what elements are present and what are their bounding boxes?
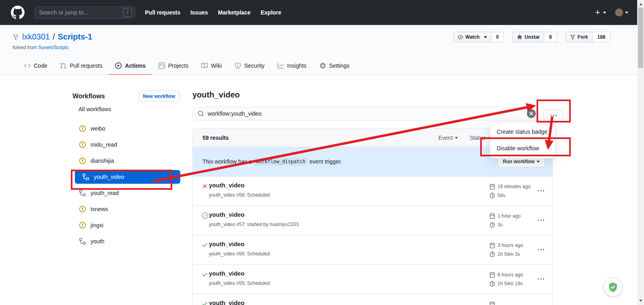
run-title-link[interactable]: youth_video (209, 270, 244, 277)
fork-button[interactable]: Fork (566, 32, 592, 42)
watch-count[interactable]: 0 (491, 32, 504, 42)
menu-item-disable-workflow[interactable]: Disable workflow (490, 140, 555, 156)
plus-icon (594, 9, 601, 16)
tab-actions[interactable]: Actions (109, 57, 152, 75)
runs-search-input[interactable]: workflow:youth_video (192, 107, 539, 120)
play-icon (115, 62, 122, 69)
sidebar-item-youth-video[interactable]: youth_video (75, 170, 180, 184)
caret-down-icon (537, 161, 540, 164)
star-icon (517, 34, 522, 40)
event-filter-dropdown[interactable]: Event (438, 135, 458, 141)
watch-button[interactable]: Watch (453, 32, 491, 42)
search-query-value: workflow:youth_video (208, 110, 527, 117)
profile-dropdown[interactable] (615, 8, 628, 17)
search-icon (198, 110, 204, 117)
fork-icon (570, 34, 576, 40)
nav-explore[interactable]: Explore (260, 9, 281, 16)
scrollbar-thumb[interactable] (638, 8, 643, 68)
status-filter-dropdown[interactable]: Status (470, 135, 491, 141)
run-meta: 3 hours ago 1h 54m 3s (489, 241, 523, 259)
sidebar-item-youth[interactable]: youth (75, 233, 180, 249)
repo-name-link[interactable]: Scripts-1 (58, 32, 93, 41)
forked-from-line: forked from Sunert/Scripts (12, 45, 68, 50)
shield-icon (235, 62, 241, 69)
tab-code[interactable]: Code (18, 57, 54, 75)
scrollbar-down-arrow[interactable] (637, 298, 644, 305)
run-subtitle: youth_video #55: Scheduled (209, 280, 270, 286)
run-options-kebab-icon[interactable] (538, 188, 544, 194)
warning-icon (79, 158, 86, 164)
run-title-link[interactable]: youth_video (209, 182, 244, 189)
workflows-heading: Workflows (72, 93, 105, 100)
tab-settings[interactable]: Settings (313, 57, 356, 75)
sidebar-item-dianshijia[interactable]: dianshijia (75, 153, 180, 169)
global-search-input[interactable]: Search or jump to... / (35, 6, 135, 19)
workflow-name: txnews (91, 206, 108, 212)
tab-security[interactable]: Security (228, 57, 271, 75)
workflow-name: youth_video (94, 174, 124, 180)
run-row-57: youth_video youth_video #57: started by … (193, 206, 552, 235)
run-title-link[interactable]: youth_video (209, 211, 244, 218)
run-subtitle: youth_video #56: Scheduled (209, 251, 270, 257)
fork-count[interactable]: 188 (592, 32, 611, 42)
nav-issues[interactable]: Issues (190, 9, 208, 16)
menu-item-create-status-badge[interactable]: Create status badge (490, 124, 555, 140)
caret-down-icon (603, 12, 606, 15)
stopwatch-icon (489, 222, 495, 228)
sidebar-item-midu-read[interactable]: midu_read (75, 137, 180, 153)
run-meta: 6 hours ago 1h 54m 19s (489, 270, 523, 288)
eye-icon (458, 34, 463, 40)
warning-icon (79, 141, 86, 148)
nav-pull-requests[interactable]: Pull requests (145, 9, 180, 16)
repo-owner-link[interactable]: lxk0301 (22, 32, 50, 41)
tab-wiki[interactable]: Wiki (195, 57, 228, 75)
star-count[interactable]: 8 (544, 32, 557, 42)
stopwatch-icon (489, 193, 495, 198)
run-subtitle: youth_video #57: started by huamiyu2333 (209, 222, 299, 227)
new-workflow-button[interactable]: New workflow (138, 90, 180, 102)
tab-insights[interactable]: Insights (271, 57, 313, 75)
tab-label: Settings (329, 62, 350, 69)
fork-source-link[interactable]: Sunert/Scripts (38, 45, 68, 50)
run-title-link[interactable]: youth_video (209, 299, 244, 305)
workflow-options-kebab-button[interactable] (543, 109, 564, 122)
run-meta: 16 minutes ago 54s (489, 182, 530, 200)
page-scrollbar[interactable] (637, 0, 644, 305)
star-button-group: Unstar 8 (512, 32, 557, 42)
sidebar-item-jingxi[interactable]: jingxi (75, 217, 180, 233)
run-options-kebab-icon[interactable] (538, 247, 544, 253)
adguard-badge[interactable] (604, 278, 622, 296)
run-title-link[interactable]: youth_video (209, 241, 244, 247)
run-time-ago: 3 hours ago (497, 243, 523, 248)
code-icon (24, 62, 31, 69)
shield-check-icon (608, 282, 618, 293)
sidebar-item-weibo[interactable]: weibo (75, 120, 180, 137)
clear-search-icon[interactable] (527, 109, 536, 118)
scrollbar-up-arrow[interactable] (637, 0, 644, 7)
sidebar-item-youth-read[interactable]: youth_read (75, 185, 180, 201)
notice-code-token: workflow_dispatch (254, 158, 308, 166)
workflow-icon (79, 190, 86, 196)
run-options-kebab-icon[interactable] (538, 217, 544, 224)
run-row-58: youth_video youth_video #58: Scheduled 1… (193, 176, 552, 206)
stopwatch-icon (489, 281, 495, 286)
run-options-kebab-icon[interactable] (538, 276, 544, 282)
workflow-name: youth (91, 238, 104, 245)
calendar-icon (489, 243, 495, 248)
tab-pull-requests[interactable]: Pull requests (54, 57, 109, 75)
success-status-icon (202, 301, 208, 305)
watch-button-group: Watch 0 (453, 32, 504, 42)
create-new-dropdown[interactable] (594, 9, 606, 16)
github-logo-icon[interactable] (11, 6, 25, 19)
sidebar-item-all-workflows[interactable]: All workflows (78, 106, 111, 112)
sidebar-item-txnews[interactable]: txnews (75, 201, 180, 217)
tab-projects[interactable]: Projects (152, 57, 195, 75)
repo-tab-bar: Code Pull requests Actions Projects Wiki… (18, 57, 356, 75)
header-nav: Pull requests Issues Marketplace Explore (145, 9, 281, 16)
run-duration: 54s (497, 193, 505, 198)
graph-icon (277, 62, 284, 69)
nav-marketplace[interactable]: Marketplace (218, 9, 251, 16)
fork-label: Fork (578, 34, 588, 40)
search-placeholder: Search or jump to... (39, 9, 123, 16)
unstar-button[interactable]: Unstar (512, 32, 544, 42)
